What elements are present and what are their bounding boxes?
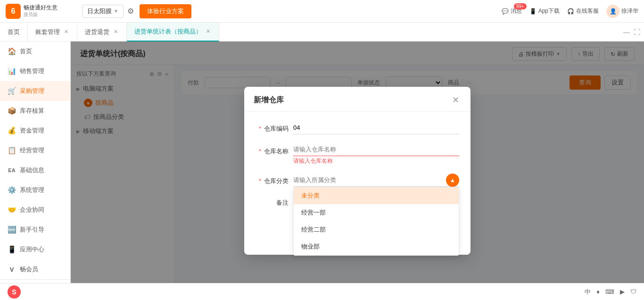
home-icon: 🏠 xyxy=(8,47,16,56)
sidebar-label-finance: 资金管理 xyxy=(20,126,44,135)
play-icon[interactable]: ▶ xyxy=(620,288,625,295)
lang-icon[interactable]: 中 xyxy=(585,288,591,296)
name-error-message: 请输入仓库名称 xyxy=(293,157,333,165)
bottom-right: 中 ♦ ⌨ ▶ 🛡 xyxy=(585,288,636,296)
newbie-icon: 🆕 xyxy=(8,225,16,234)
tab-bar: 首页 账套管理 ✕ 进货退货 ✕ 进货单统计表（按商品） ✕ — ⛶ xyxy=(0,23,644,42)
sidebar-item-member[interactable]: V 畅会员 xyxy=(0,259,70,279)
sidebar-item-sales[interactable]: 📊 销售管理 xyxy=(0,61,70,81)
content-area: 进货单统计(按商品) 🖨 按模板打印 ▼ ↑ 导出 ↻ 刷新 xyxy=(71,42,644,300)
logo-area: 6 畅捷通好生意 捷员版 xyxy=(6,4,76,19)
form-row-name: * 仓库名称 请输入仓库名称 xyxy=(256,143,459,165)
modal-title: 新增仓库 xyxy=(254,95,284,105)
app-center-icon: 📱 xyxy=(8,245,16,254)
form-row-code: * 仓库编码 xyxy=(256,121,459,134)
tab-purchase-stats[interactable]: 进货单统计表（按商品） ✕ xyxy=(127,23,219,42)
username: 徐泽华 xyxy=(621,7,638,15)
app-download-item[interactable]: 📱 App下载 xyxy=(529,7,560,15)
category-label: * 仓库分类 xyxy=(256,174,293,185)
operations-icon: 📋 xyxy=(8,146,16,155)
form-row-category: * 仓库分类 ▲ 未分类 经 xyxy=(256,174,459,187)
app-sub: 捷员版 xyxy=(24,11,58,18)
modal-close-button[interactable]: ✕ xyxy=(450,94,461,106)
bottom-left: S xyxy=(8,285,21,299)
app-download-label: App下载 xyxy=(538,7,560,15)
sidebar-item-system[interactable]: ⚙️ 系统管理 xyxy=(0,180,70,200)
dropdown-item-3[interactable]: 物业部 xyxy=(294,238,459,255)
online-service-item[interactable]: 🎧 在线客服 xyxy=(567,7,599,15)
tab-bar-actions: — ⛶ xyxy=(623,28,644,36)
sidebar-label-home: 首页 xyxy=(20,47,32,56)
sidebar-item-inventory[interactable]: 📦 库存核算 xyxy=(0,101,70,121)
top-header: 6 畅捷通好生意 捷员版 日太阳膜 ▼ ⚙ 体验行业方案 💬 消息 99+ 📱 … xyxy=(0,0,644,23)
logo-icon: 6 xyxy=(6,4,21,19)
finance-icon: 💰 xyxy=(8,126,16,135)
tab-close-accounts[interactable]: ✕ xyxy=(63,29,69,35)
bottom-logo: S xyxy=(8,285,21,299)
tab-minimize-icon[interactable]: — xyxy=(623,28,630,36)
sidebar-item-finance[interactable]: 💰 资金管理 xyxy=(0,121,70,141)
sidebar-item-purchase[interactable]: 🛒 采购管理 xyxy=(0,81,70,101)
main-layout: 🏠 首页 📊 销售管理 🛒 采购管理 📦 库存核算 💰 资金管理 📋 经营管理 … xyxy=(0,42,644,300)
modal-add-warehouse: 新增仓库 ✕ * 仓库编码 xyxy=(244,87,471,255)
tab-expand-icon[interactable]: ⛶ xyxy=(634,28,640,36)
sidebar-item-newbie[interactable]: 🆕 新手引导 xyxy=(0,220,70,240)
sidebar-item-operations[interactable]: 📋 经营管理 xyxy=(0,141,70,160)
online-service-label: 在线客服 xyxy=(576,7,599,15)
chevron-down-icon: ▼ xyxy=(114,8,118,14)
gear-icon[interactable]: ⚙ xyxy=(127,7,134,16)
purchase-icon: 🛒 xyxy=(8,87,16,95)
bottom-bar: S 中 ♦ ⌨ ▶ 🛡 xyxy=(0,283,644,300)
sidebar-item-app-center[interactable]: 📱 应用中心 xyxy=(0,240,70,259)
sidebar-label-system: 系统管理 xyxy=(20,186,44,194)
trial-button[interactable]: 体验行业方案 xyxy=(140,4,191,18)
store-name: 日太阳膜 xyxy=(87,7,112,16)
dropdown-item-1[interactable]: 经营一部 xyxy=(294,204,459,221)
tab-purchase-return[interactable]: 进货退货 ✕ xyxy=(77,23,127,42)
dropdown-item-2[interactable]: 经营二部 xyxy=(294,221,459,238)
keyboard-icon[interactable]: ⌨ xyxy=(605,288,614,295)
shield-icon[interactable]: 🛡 xyxy=(630,288,636,295)
avatar: 👤 xyxy=(606,5,619,18)
app-name: 畅捷通好生意 xyxy=(24,4,58,12)
svg-text:S: S xyxy=(12,288,16,296)
sidebar-label-cooperation: 企业协同 xyxy=(20,206,44,214)
headset-icon: 🎧 xyxy=(567,8,574,15)
member-icon: V xyxy=(8,265,16,274)
modal-body: * 仓库编码 * 仓库名称 xyxy=(244,112,471,225)
sidebar-item-home[interactable]: 🏠 首页 xyxy=(0,42,70,61)
message-icon: 💬 xyxy=(502,8,509,15)
sidebar-label-app-center: 应用中心 xyxy=(20,245,44,254)
modal-overlay: 新增仓库 ✕ * 仓库编码 xyxy=(71,42,644,300)
name-input[interactable] xyxy=(293,143,459,156)
notifications-badge: 99+ xyxy=(514,3,527,9)
category-input[interactable] xyxy=(293,174,459,187)
code-label: * 仓库编码 xyxy=(256,121,293,133)
sidebar-item-cooperation[interactable]: 🤝 企业协同 xyxy=(0,200,70,220)
sidebar-item-basic-info[interactable]: EA 基础信息 xyxy=(0,160,70,180)
modal-header: 新增仓库 ✕ xyxy=(244,87,471,112)
note-label: 备注 xyxy=(256,195,293,207)
code-input[interactable] xyxy=(293,121,459,134)
sidebar-label-inventory: 库存核算 xyxy=(20,107,44,115)
sidebar-label-newbie: 新手引导 xyxy=(20,225,44,234)
notifications-item[interactable]: 💬 消息 99+ xyxy=(502,7,522,15)
dropdown-item-0[interactable]: 未分类 xyxy=(294,187,459,204)
sidebar-label-sales: 销售管理 xyxy=(20,67,44,75)
system-icon: ⚙️ xyxy=(8,186,16,194)
sales-icon: 📊 xyxy=(8,67,16,75)
header-right: 💬 消息 99+ 📱 App下载 🎧 在线客服 👤 徐泽华 xyxy=(502,5,638,18)
name-label: * 仓库名称 xyxy=(256,144,293,156)
sidebar-label-basic-info: 基础信息 xyxy=(20,166,44,175)
tab-accounts[interactable]: 账套管理 ✕ xyxy=(28,23,77,42)
tab-close-purchase-stats[interactable]: ✕ xyxy=(205,28,211,35)
category-arrow-icon[interactable]: ▲ xyxy=(446,174,459,187)
user-item[interactable]: 👤 徐泽华 xyxy=(606,5,638,18)
category-dropdown: 未分类 经营一部 经营二部 物业部 xyxy=(293,187,459,256)
store-selector[interactable]: 日太阳膜 ▼ xyxy=(82,5,124,18)
basic-info-icon: EA xyxy=(8,166,16,175)
sidebar: 🏠 首页 📊 销售管理 🛒 采购管理 📦 库存核算 💰 资金管理 📋 经营管理 … xyxy=(0,42,71,300)
tab-home[interactable]: 首页 xyxy=(0,23,28,42)
phone-icon: 📱 xyxy=(529,8,537,15)
tab-close-purchase-return[interactable]: ✕ xyxy=(112,29,119,35)
